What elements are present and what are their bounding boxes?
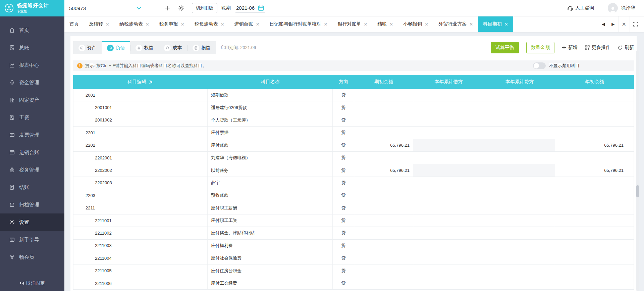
close-tab-icon[interactable]: ✕ [469,22,473,27]
table-row[interactable]: 2211002应付奖金、津贴和补贴贷 [73,227,634,239]
tab-9[interactable]: 结账✕ [372,16,398,32]
sidebar-item-label: 进销台账 [19,149,39,156]
fullscreen-icon[interactable] [630,16,641,32]
trial-balance-button[interactable]: 试算平衡 [491,42,519,53]
table-row[interactable]: 2202应付账款贷65,796.2165,796.21 [73,139,634,152]
column-settings-gear-icon[interactable] [148,80,153,85]
tab-label: 进销台账 [234,21,253,27]
sidebar-item-3[interactable]: 报表中心 [0,56,64,74]
sidebar-item-11[interactable]: 归档管理 [0,196,64,213]
close-tab-icon[interactable]: ✕ [106,22,109,27]
close-tab-icon[interactable]: ✕ [146,22,149,27]
scrollbar-thumb[interactable] [636,185,639,197]
username[interactable]: 徐泽华 [621,5,635,11]
table-row[interactable]: 2201应付票据贷 [73,127,634,139]
tab-5[interactable]: 税负波动表✕ [190,16,229,32]
close-tab-icon[interactable]: ✕ [504,22,508,27]
cell-ytd-credit [484,164,555,176]
tab-4[interactable]: 税务申报✕ [154,16,190,32]
avatar[interactable] [608,3,618,13]
table-row[interactable]: 2211应付职工薪酬贷 [73,202,634,214]
account-set-select[interactable]: 500973 [69,5,165,11]
subtab-4[interactable]: 成本 [159,41,187,54]
qty-amount-button[interactable]: 数量金额 [526,42,554,53]
close-tab-icon[interactable]: ✕ [256,22,260,27]
close-all-tabs-button[interactable]: ✕ [619,16,630,32]
support-link[interactable]: 人工咨询 [567,5,594,11]
table-row[interactable]: 2202002以前账务贷65,796.2165,796.21 [73,164,634,177]
hide-disabled-accounts-toggle[interactable] [533,62,546,69]
tab-1[interactable]: 首页 [64,16,84,32]
sidebar-item-1[interactable]: 首页 [0,21,64,39]
sidebar-item-10[interactable]: 结账 [0,179,64,196]
sidebar-item-2[interactable]: 总账 [0,39,64,56]
column-header-1[interactable]: 科目编码 [73,75,208,89]
refresh-button[interactable]: 刷新 [618,45,634,51]
tabs-scroll-right-button[interactable]: ▶ [608,16,618,32]
sidebar-item-9[interactable]: 税务管理 [0,161,64,179]
sidebar-item-13[interactable]: 新手引导 [0,231,64,248]
sidebar-item-8[interactable]: 进销台账 [0,144,64,161]
more-actions-button[interactable]: 更多操作 [585,45,610,51]
table-row[interactable]: 2211001应付职工工资贷 [73,214,634,227]
cell-opening-balance [354,240,413,252]
switch-old-version-button[interactable]: 切到旧版 [192,3,217,13]
tab-label: 结账 [377,21,387,27]
add-account-button[interactable] [165,5,171,11]
sidebar-item-6[interactable]: 工资 [0,109,64,126]
tab-12[interactable]: 科目期初✕ [478,16,513,32]
subtab-2[interactable]: 负债 [102,41,130,54]
equity-icon [136,45,142,51]
table-row[interactable]: 2211005应付住房公积金贷 [73,264,634,277]
table-row[interactable]: 2202001刘建华（海信电视）贷 [73,152,634,164]
close-tab-icon[interactable]: ✕ [181,22,184,27]
sidebar-item-label: 总账 [19,45,29,51]
hide-disabled-accounts-label: 不显示禁用科目 [549,63,580,69]
unpin-sidebar-button[interactable]: 取消固定 [0,280,64,286]
table-row[interactable]: 2001短期借款贷 [73,89,634,101]
cell-ytd-debit [413,189,484,201]
close-tab-icon[interactable]: ✕ [221,22,224,27]
table-row[interactable]: 2202003薛宇贷 [73,177,634,189]
settings-gear-icon[interactable] [178,5,184,11]
table-row[interactable]: 2203预收账款贷 [73,189,634,202]
tabs-scroll-left-button[interactable]: ◀ [598,16,608,32]
close-tab-icon[interactable]: ✕ [364,22,367,27]
table-row[interactable]: 2211006应付工会经费贷 [73,277,634,290]
cell-ytd-debit [413,227,484,239]
tab-7[interactable]: 日记账与银行对账单核对✕ [265,16,333,32]
tab-3[interactable]: 纳税波动表✕ [114,16,154,32]
subtab-3[interactable]: 权益 [130,41,159,54]
period-picker[interactable]: 2021-06 [235,4,265,13]
tab-2[interactable]: 反结转✕ [84,16,114,32]
salary-icon [9,114,15,120]
tab-10[interactable]: 小畅报销✕ [398,16,433,32]
vertical-scrollbar[interactable] [636,50,639,291]
report-center-icon [9,62,15,68]
sidebar-item-14[interactable]: 畅会员 [0,248,64,266]
cell-account-name: 刘建华（海信电视） [208,152,333,164]
tab-6[interactable]: 进销台账✕ [229,16,265,32]
warning-icon: ! [77,63,83,68]
member-icon [9,254,15,260]
sidebar-item-4[interactable]: 资金管理 [0,74,64,91]
table-row[interactable]: 2211004应付社会保险费贷 [73,252,634,264]
cell-ytd-debit [413,101,484,113]
sidebar-item-12[interactable]: 设置 [0,213,64,231]
tab-11[interactable]: 外贸行业方案✕ [433,16,478,32]
close-tab-icon[interactable]: ✕ [324,22,328,27]
close-tab-icon[interactable]: ✕ [425,22,428,27]
add-account-row-button[interactable]: 新增 [562,45,578,51]
sidebar-item-5[interactable]: 固定资产 [0,91,64,109]
cell-direction: 贷 [333,227,354,239]
table-row[interactable]: 2211003应付福利费贷 [73,240,634,252]
cell-initial-balance [555,152,634,164]
closing-icon [9,184,15,190]
table-row[interactable]: 2001002个人贷款（王元涛）贷 [73,114,634,127]
table-row[interactable]: 2001001适居建行0206贷款贷 [73,101,634,114]
tab-8[interactable]: 银行对账单✕ [332,16,372,32]
sidebar-item-7[interactable]: 发票管理 [0,126,64,144]
subtab-5[interactable]: 损益 [187,41,216,54]
subtab-1[interactable]: 资产 [73,41,102,54]
close-tab-icon[interactable]: ✕ [389,22,393,27]
